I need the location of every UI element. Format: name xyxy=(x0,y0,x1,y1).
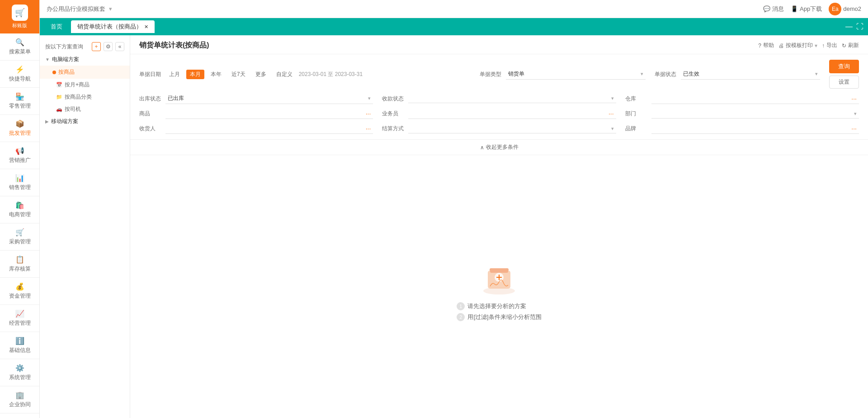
brand-name: 标账版 xyxy=(12,22,27,29)
tab-bar-right: — ⛶ xyxy=(845,23,863,31)
username: demo2 xyxy=(843,5,861,12)
sidebar-item-label: 库存核算 xyxy=(9,265,31,273)
help-btn[interactable]: ? 帮助 xyxy=(758,42,774,49)
sidebar-item-finance[interactable]: 💰 资金管理 xyxy=(0,278,39,305)
settings-scheme-btn[interactable]: ⚙ xyxy=(104,42,113,51)
salesperson-field: 业务员 ··· xyxy=(382,109,616,119)
sidebar-item-search-menu[interactable]: 🔍 搜索菜单 xyxy=(0,33,39,61)
ecommerce-icon: 🛍️ xyxy=(15,201,24,209)
date-tab-more[interactable]: 更多 xyxy=(252,70,270,79)
add-scheme-btn[interactable]: + xyxy=(92,42,101,51)
scheme-group-mobile-header[interactable]: ▶ 移动端方案 xyxy=(40,115,130,128)
tab-minimize-icon[interactable]: — xyxy=(845,23,853,31)
date-tab-last-month[interactable]: 上月 xyxy=(165,70,184,79)
date-field: 单据日期 上月 本月 本年 近7天 更多 自定义 2023-03-01 至 20… xyxy=(139,70,471,79)
date-tab-custom[interactable]: 自定义 xyxy=(273,70,296,79)
doc-status-label: 单据状态 xyxy=(655,71,677,78)
message-btn[interactable]: 💬 消息 xyxy=(763,5,784,13)
date-tab-this-month[interactable]: 本月 xyxy=(186,70,204,79)
collapse-more-btn[interactable]: ∧ 收起更多条件 xyxy=(130,140,868,155)
salesperson-input[interactable]: ··· xyxy=(408,109,616,119)
warehouse-input[interactable]: ··· xyxy=(651,94,859,104)
sidebar-item-basic-info[interactable]: ℹ️ 基础信息 xyxy=(0,332,39,359)
sidebar-item-operation[interactable]: 📈 经营管理 xyxy=(0,305,39,332)
brand-input[interactable]: ··· xyxy=(651,124,859,134)
sidebar-item-ecommerce[interactable]: 🛍️ 电商管理 xyxy=(0,196,39,223)
sidebar-item-wholesale[interactable]: 📦 批发管理 xyxy=(0,115,39,142)
recipient-input[interactable]: ··· xyxy=(165,124,373,134)
scheme-group-desktop-header[interactable]: ▼ 电脑端方案 xyxy=(40,53,130,66)
product-dots[interactable]: ··· xyxy=(366,110,371,117)
tab-sales-report[interactable]: 销货单统计表（按商品） ✕ xyxy=(71,20,155,33)
svg-rect-2 xyxy=(490,268,508,273)
export-btn[interactable]: ↑ 导出 xyxy=(822,42,837,49)
sidebar-item-label: 快捷导航 xyxy=(9,75,31,83)
sidebar-item-quick-nav[interactable]: ⚡ 快捷导航 xyxy=(0,61,39,88)
tab-maximize-icon[interactable]: ⛶ xyxy=(856,23,863,31)
query-button[interactable]: 查询 xyxy=(829,60,859,73)
empty-state: 1 请先选择要分析的方案 2 用[过滤]条件来缩小分析范围 xyxy=(130,155,868,418)
filter-row-2: 出库状态 已出库 ▾ 收款状态 ▾ 仓库 xyxy=(139,93,859,104)
recipient-field: 收货人 ··· xyxy=(139,124,373,134)
scheme-item-by-category[interactable]: 📁 按商品分类 xyxy=(40,91,130,103)
doc-type-input[interactable]: 销货单 ▾ xyxy=(506,69,646,80)
scheme-item-by-month-product[interactable]: 📅 按月+商品 xyxy=(40,79,130,91)
finance-icon: 💰 xyxy=(15,282,24,291)
filter-row-3: 商品 ··· 业务员 ··· 部门 xyxy=(139,109,859,119)
filter-area: 单据日期 上月 本月 本年 近7天 更多 自定义 2023-03-01 至 20… xyxy=(130,54,868,140)
inventory-icon: 📋 xyxy=(15,255,24,264)
sidebar-nav: 🔍 搜索菜单 ⚡ 快捷导航 🏪 零售管理 📦 批发管理 📢 营销推广 📊 销售管… xyxy=(0,33,39,418)
scheme-group-desktop: ▼ 电脑端方案 按商品 📅 按月+商品 📁 按商品分类 🚗 按司机 xyxy=(40,53,130,115)
recipient-dots[interactable]: ··· xyxy=(366,125,371,132)
warehouse-dots[interactable]: ··· xyxy=(851,95,857,102)
dept-input[interactable]: ▾ xyxy=(651,109,859,119)
sidebar-item-purchase[interactable]: 🛒 采购管理 xyxy=(0,223,39,251)
sidebar-item-sales[interactable]: 📊 销售管理 xyxy=(0,169,39,196)
user-menu[interactable]: Ea demo2 xyxy=(829,3,861,15)
print-icon: 🖨 xyxy=(778,43,784,49)
doc-status-field: 单据状态 已生效 ▾ xyxy=(655,69,821,80)
collapse-panel-btn[interactable]: « xyxy=(115,42,124,51)
salesperson-dots[interactable]: ··· xyxy=(609,110,614,117)
sidebar-item-retail[interactable]: 🏪 零售管理 xyxy=(0,88,39,115)
scheme-item-by-product[interactable]: 按商品 xyxy=(40,66,130,79)
dropdown-arrow-icon[interactable]: ▾ xyxy=(109,5,112,12)
panel-header-label: 按以下方案查询 xyxy=(45,43,83,51)
sidebar-item-label: 电商管理 xyxy=(9,211,31,218)
tab-close-icon[interactable]: ✕ xyxy=(144,24,148,30)
sidebar-item-label: 资金管理 xyxy=(9,292,31,300)
date-tab-this-year[interactable]: 本年 xyxy=(207,70,225,79)
refresh-label: 刷新 xyxy=(848,42,859,49)
sidebar-item-system[interactable]: ⚙️ 系统管理 xyxy=(0,359,39,386)
settlement-input[interactable]: ▾ xyxy=(408,124,616,133)
date-tab-7days[interactable]: 近7天 xyxy=(228,70,249,79)
scheme-group-desktop-label: 电脑端方案 xyxy=(52,56,79,63)
brand-dots[interactable]: ··· xyxy=(851,125,857,132)
sidebar-item-marketing[interactable]: 📢 营销推广 xyxy=(0,142,39,169)
doc-status-input[interactable]: 已生效 ▾ xyxy=(681,69,821,80)
scheme-item-label: 按月+商品 xyxy=(65,81,90,89)
out-status-label: 出库状态 xyxy=(139,95,162,103)
sidebar-item-inventory[interactable]: 📋 库存核算 xyxy=(0,251,39,278)
sidebar-item-newbie[interactable]: 🎯 新手引导 xyxy=(0,413,39,418)
receive-status-input[interactable]: ▾ xyxy=(408,94,616,103)
warehouse-label: 仓库 xyxy=(625,95,648,103)
sidebar-item-label: 销售管理 xyxy=(9,184,31,191)
filter-row-1: 单据日期 上月 本月 本年 近7天 更多 自定义 2023-03-01 至 20… xyxy=(139,60,859,89)
sidebar-item-corp[interactable]: 🏢 企业协同 xyxy=(0,386,39,413)
scheme-group-mobile-label: 移动端方案 xyxy=(51,118,78,125)
settings-button[interactable]: 设置 xyxy=(829,76,859,89)
tab-home[interactable]: 首页 xyxy=(44,20,69,33)
hint-num-2: 2 xyxy=(457,313,465,321)
avatar: Ea xyxy=(829,3,841,15)
print-btn[interactable]: 🖨 按模板打印 ▾ xyxy=(778,42,817,49)
app-download-btn[interactable]: 📱 App下载 xyxy=(791,5,822,13)
refresh-btn[interactable]: ↻ 刷新 xyxy=(842,42,859,49)
svg-point-7 xyxy=(506,268,509,271)
product-input[interactable]: ··· xyxy=(165,109,373,119)
scheme-item-by-driver[interactable]: 🚗 按司机 xyxy=(40,103,130,115)
scheme-group-mobile: ▶ 移动端方案 xyxy=(40,115,130,128)
out-status-input[interactable]: 已出库 ▾ xyxy=(165,93,373,104)
left-panel: 按以下方案查询 + ⚙ « ▼ 电脑端方案 按商品 📅 xyxy=(40,35,130,418)
logo-area[interactable]: 🛒 标账版 xyxy=(0,0,39,33)
